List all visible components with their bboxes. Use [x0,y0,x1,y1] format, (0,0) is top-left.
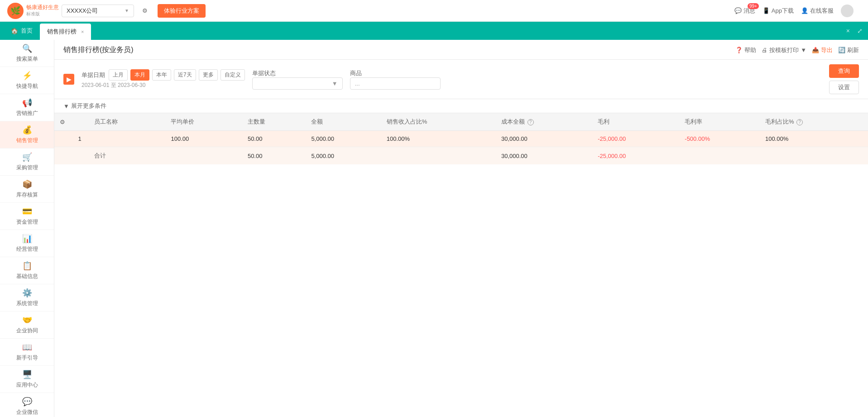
trial-button[interactable]: 体验行业方案 [158,4,206,18]
col-amount: 全额 [306,113,381,131]
col-gross-rate: 毛利率 [679,113,760,131]
footer-amount: 5,000.00 [306,147,381,165]
help-button[interactable]: ❓ 帮助 [735,46,756,54]
sidebar-label-search: 搜索菜单 [16,55,38,63]
date-btn-7days[interactable]: 近7天 [174,69,196,81]
filter-expand-arrow[interactable]: ▶ [63,74,74,85]
top-header: 🌿 畅康通好生意 标准版 XXXXX公司 ▼ ⚙ 体验行业方案 💬 消息 99+… [0,0,868,22]
table-footer-row: 合计 50.00 5,000.00 30,000.00 -25,000.00 [54,147,868,165]
page-title: 销售排行榜(按业务员) [63,45,134,55]
sidebar-label-sales: 销售管理 [16,137,38,144]
sidebar-item-basics[interactable]: 📋 基础信息 [0,257,54,284]
tab-home[interactable]: 🏠 首页 [4,22,40,40]
tab-expand-icon[interactable]: ⤢ [855,25,864,36]
sidebar-label-collab: 企业协同 [16,327,38,335]
footer-avg-price [165,147,242,165]
status-chevron-icon: ▼ [332,80,338,87]
sidebar-item-finance[interactable]: 💳 资金管理 [0,203,54,230]
refresh-icon: 🔄 [838,47,845,53]
column-settings-button[interactable]: 设置 [829,81,859,94]
sidebar-item-nav[interactable]: ⚡ 快捷导航 [0,67,54,94]
header-right: 💬 消息 99+ 📱 App下载 👤 在线客服 [734,5,861,17]
gross-pct-help-icon[interactable]: ? [796,119,803,125]
sidebar-item-search[interactable]: 🔍 搜索菜单 [0,40,54,67]
expand-conditions-row: ▼ 展开更多条件 [54,99,868,113]
tab-close-all-icon[interactable]: × [844,25,852,36]
status-select[interactable]: ▼ [252,77,343,90]
sidebar-item-collab[interactable]: 🤝 企业协同 [0,312,54,339]
date-btn-last-month[interactable]: 上月 [109,69,128,81]
cell-cost: 30,000.00 [496,131,592,147]
sidebar-item-sales[interactable]: 💰 销售管理 [0,121,54,149]
sidebar-item-marketing[interactable]: 📢 营销推广 [0,94,54,121]
col-gross-pct: 毛利占比% ? [760,113,868,131]
sidebar-label-system: 系统管理 [16,300,38,307]
goods-filter-label: 商品 [350,69,362,77]
cost-help-icon[interactable]: ? [528,119,534,125]
footer-gross: -25,000.00 [592,147,679,165]
sidebar-label-wechat: 企业微信 [16,408,38,416]
sidebar-item-wechat[interactable]: 💬 企业微信 [0,393,54,417]
query-button[interactable]: 查询 [829,64,859,78]
wechat-icon: 💬 [22,397,32,407]
settings-icon[interactable]: ⚙ [138,4,152,18]
cell-settings [54,131,71,147]
sidebar-item-guide[interactable]: 📖 新手引导 [0,339,54,366]
guide-icon: 📖 [22,342,32,352]
app-download-button[interactable]: 📱 App下载 [762,7,794,15]
export-button[interactable]: 📤 导出 [812,46,833,54]
date-btn-custom[interactable]: 自定义 [221,69,245,81]
sidebar-item-system[interactable]: ⚙️ 系统管理 [0,284,54,312]
sidebar-item-inventory[interactable]: 📦 库存核算 [0,176,54,203]
sales-ranking-table: ⚙ 员工名称 平均单价 主数量 全额 销售收入占比% 成本全额 ? 毛利 [54,113,868,164]
footer-label: 合计 [89,147,165,165]
date-filter-group: 单据日期 上月 本月 本年 近7天 更多 自定义 2023-06-01 至 20… [82,69,245,89]
footer-qty: 50.00 [242,147,306,165]
app-label: App下载 [772,7,794,15]
status-filter-label: 单据状态 [252,69,276,77]
sidebar-label-finance: 资金管理 [16,218,38,226]
message-badge: 99+ [748,3,759,9]
col-qty: 主数量 [242,113,306,131]
cell-employee [89,131,165,147]
message-button[interactable]: 💬 消息 99+ [734,7,755,15]
tab-close-icon[interactable]: × [81,29,84,34]
footer-gross-pct [760,147,868,165]
date-btn-this-year[interactable]: 本年 [152,69,171,81]
content-area: 销售排行榜(按业务员) ❓ 帮助 🖨 按模板打印 ▼ 📤 导出 🔄 刷新 [54,40,868,417]
main-wrapper: 🔍 搜索菜单 ⚡ 快捷导航 📢 营销推广 💰 销售管理 🛒 采购管理 📦 库存核… [0,40,868,417]
tab-bar: 🏠 首页 销售排行榜 × × ⤢ [0,22,868,40]
col-settings-icon[interactable]: ⚙ [60,119,65,125]
company-selector[interactable]: XXXXX公司 ▼ [62,5,134,17]
template-print-button[interactable]: 🖨 按模板打印 ▼ [762,46,806,54]
col-settings: ⚙ [54,113,71,131]
template-print-label: 按模板打印 [769,46,799,54]
sidebar-label-operations: 经营管理 [16,245,38,253]
sidebar-item-apps[interactable]: 🖥️ 应用中心 [0,366,54,393]
nav-icon: ⚡ [22,71,32,81]
online-service-button[interactable]: 👤 在线客服 [801,7,834,15]
cell-rank: 1 [71,131,89,147]
sidebar-label-marketing: 营销推广 [16,110,38,117]
goods-placeholder: ... [355,80,360,87]
date-btn-more[interactable]: 更多 [199,69,218,81]
cell-gross: -25,000.00 [592,131,679,147]
col-gross: 毛利 [592,113,679,131]
cell-gross-rate: -500.00% [679,131,760,147]
cell-sales-pct: 100.00% [381,131,496,147]
sidebar-label-apps: 应用中心 [16,381,38,389]
date-btn-this-month[interactable]: 本月 [130,69,149,81]
refresh-button[interactable]: 🔄 刷新 [838,46,859,54]
expand-conditions-button[interactable]: ▼ 展开更多条件 [63,102,106,110]
col-sales-pct: 销售收入占比% [381,113,496,131]
company-name: XXXXX公司 [67,7,122,15]
goods-input[interactable]: ... [350,77,441,90]
tab-sales-ranking[interactable]: 销售排行榜 × [40,24,91,40]
avatar [841,5,854,17]
sidebar-item-purchase[interactable]: 🛒 采购管理 [0,149,54,176]
sidebar-item-operations[interactable]: 📊 经营管理 [0,230,54,257]
export-icon: 📤 [812,47,819,53]
finance-icon: 💳 [22,206,32,216]
service-icon: 👤 [801,7,808,14]
date-range: 2023-06-01 至 2023-06-30 [82,81,145,89]
